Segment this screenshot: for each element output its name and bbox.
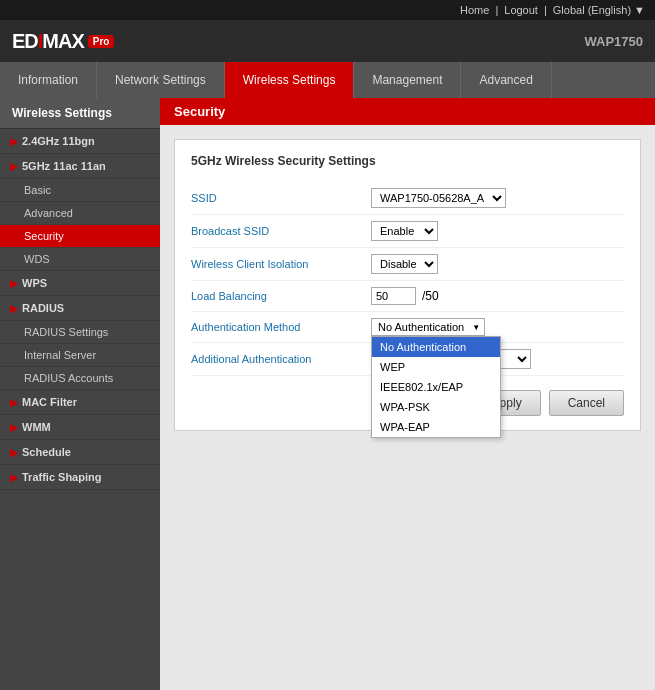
auth-dropdown-options: No Authentication WEP IEEE802.1x/EAP WPA… bbox=[371, 336, 501, 438]
auth-option-wpa-eap[interactable]: WPA-EAP bbox=[372, 417, 500, 437]
chevron-down-icon: ▶ bbox=[10, 161, 18, 172]
model-label: WAP1750 bbox=[584, 34, 643, 49]
sidebar-item-security-5g[interactable]: Security bbox=[0, 225, 160, 248]
top-bar: Home | Logout | Global (English) ▼ bbox=[0, 0, 655, 20]
auth-method-value: No Authentication No Authentication WEP … bbox=[371, 318, 485, 336]
ssid-label: SSID bbox=[191, 192, 371, 204]
chevron-right-wps-icon: ▶ bbox=[10, 278, 18, 289]
sidebar-section-wmm[interactable]: ▶ WMM bbox=[0, 415, 160, 440]
auth-method-label: Authentication Method bbox=[191, 321, 371, 333]
sidebar-section-5ghz[interactable]: ▶ 5GHz 11ac 11an bbox=[0, 154, 160, 179]
logo-area: EDIMAX Pro bbox=[12, 30, 114, 53]
nav-management[interactable]: Management bbox=[354, 62, 461, 98]
chevron-right-radius-icon: ▶ bbox=[10, 303, 18, 314]
content-inner: 5GHz Wireless Security Settings SSID WAP… bbox=[160, 125, 655, 445]
isolation-select[interactable]: Disable Enable bbox=[371, 254, 438, 274]
isolation-row: Wireless Client Isolation Disable Enable bbox=[191, 248, 624, 281]
broadcast-label: Broadcast SSID bbox=[191, 225, 371, 237]
broadcast-select[interactable]: Enable Disable bbox=[371, 221, 438, 241]
sidebar-section-schedule-label: Schedule bbox=[22, 446, 71, 458]
home-link[interactable]: Home bbox=[460, 4, 489, 16]
sidebar-section-24ghz-label: 2.4GHz 11bgn bbox=[22, 135, 95, 147]
nav-network-settings[interactable]: Network Settings bbox=[97, 62, 225, 98]
isolation-label: Wireless Client Isolation bbox=[191, 258, 371, 270]
logo-bar: EDIMAX Pro WAP1750 bbox=[0, 20, 655, 62]
sidebar-item-advanced-5g[interactable]: Advanced bbox=[0, 202, 160, 225]
ssid-value: WAP1750-05628A_A bbox=[371, 188, 506, 208]
nav-bar: Information Network Settings Wireless Se… bbox=[0, 62, 655, 98]
load-balancing-value: /50 bbox=[371, 287, 439, 305]
chevron-right-traffic-icon: ▶ bbox=[10, 472, 18, 483]
isolation-value: Disable Enable bbox=[371, 254, 438, 274]
broadcast-value: Enable Disable bbox=[371, 221, 438, 241]
sidebar-item-basic-5g[interactable]: Basic bbox=[0, 179, 160, 202]
auth-option-no-auth[interactable]: No Authentication bbox=[372, 337, 500, 357]
sidebar-section-wps[interactable]: ▶ WPS bbox=[0, 271, 160, 296]
load-balancing-label: Load Balancing bbox=[191, 290, 371, 302]
auth-method-select[interactable]: No Authentication bbox=[371, 318, 485, 336]
load-balancing-input[interactable] bbox=[371, 287, 416, 305]
load-balancing-max: /50 bbox=[422, 289, 439, 303]
sidebar-item-radius-accounts[interactable]: RADIUS Accounts bbox=[0, 367, 160, 390]
chevron-right-icon: ▶ bbox=[10, 136, 18, 147]
nav-wireless-settings[interactable]: Wireless Settings bbox=[225, 62, 355, 98]
lang-arrow-icon: ▼ bbox=[634, 4, 645, 16]
sidebar-item-radius-settings[interactable]: RADIUS Settings bbox=[0, 321, 160, 344]
content-area: Security 5GHz Wireless Security Settings… bbox=[160, 98, 655, 690]
auth-option-wep[interactable]: WEP bbox=[372, 357, 500, 377]
logout-link[interactable]: Logout bbox=[504, 4, 538, 16]
sidebar-section-radius-label: RADIUS bbox=[22, 302, 64, 314]
sidebar-section-mac[interactable]: ▶ MAC Filter bbox=[0, 390, 160, 415]
sidebar-section-5ghz-label: 5GHz 11ac 11an bbox=[22, 160, 106, 172]
sep1: | bbox=[495, 4, 498, 16]
sidebar-section-traffic[interactable]: ▶ Traffic Shaping bbox=[0, 465, 160, 490]
brand-logo: EDIMAX bbox=[12, 30, 84, 53]
sidebar-section-wmm-label: WMM bbox=[22, 421, 51, 433]
ssid-row: SSID WAP1750-05628A_A bbox=[191, 182, 624, 215]
sep2: | bbox=[544, 4, 547, 16]
sidebar-item-internal-server[interactable]: Internal Server bbox=[0, 344, 160, 367]
sidebar-section-24ghz[interactable]: ▶ 2.4GHz 11bgn bbox=[0, 129, 160, 154]
panel-title: 5GHz Wireless Security Settings bbox=[191, 154, 624, 168]
settings-panel: 5GHz Wireless Security Settings SSID WAP… bbox=[174, 139, 641, 431]
chevron-right-wmm-icon: ▶ bbox=[10, 422, 18, 433]
ssid-select[interactable]: WAP1750-05628A_A bbox=[371, 188, 506, 208]
cancel-button[interactable]: Cancel bbox=[549, 390, 624, 416]
chevron-right-mac-icon: ▶ bbox=[10, 397, 18, 408]
auth-option-wpa-psk[interactable]: WPA-PSK bbox=[372, 397, 500, 417]
sidebar-section-radius[interactable]: ▶ RADIUS bbox=[0, 296, 160, 321]
sidebar-section-traffic-label: Traffic Shaping bbox=[22, 471, 101, 483]
broadcast-row: Broadcast SSID Enable Disable bbox=[191, 215, 624, 248]
sidebar-section-wps-label: WPS bbox=[22, 277, 47, 289]
auth-option-ieee802[interactable]: IEEE802.1x/EAP bbox=[372, 377, 500, 397]
nav-information[interactable]: Information bbox=[0, 62, 97, 98]
nav-advanced[interactable]: Advanced bbox=[461, 62, 551, 98]
auth-selected-value: No Authentication bbox=[378, 321, 464, 333]
section-header: Security bbox=[160, 98, 655, 125]
additional-auth-label: Additional Authentication bbox=[191, 353, 371, 365]
sidebar-section-schedule[interactable]: ▶ Schedule bbox=[0, 440, 160, 465]
sidebar: Wireless Settings ▶ 2.4GHz 11bgn ▶ 5GHz … bbox=[0, 98, 160, 690]
main-layout: Wireless Settings ▶ 2.4GHz 11bgn ▶ 5GHz … bbox=[0, 98, 655, 690]
sidebar-title: Wireless Settings bbox=[0, 98, 160, 129]
language-select[interactable]: Global (English) ▼ bbox=[553, 4, 645, 16]
auth-method-row: Authentication Method No Authentication … bbox=[191, 312, 624, 343]
sidebar-section-mac-label: MAC Filter bbox=[22, 396, 77, 408]
auth-dropdown-wrapper: No Authentication No Authentication WEP … bbox=[371, 318, 485, 336]
chevron-right-schedule-icon: ▶ bbox=[10, 447, 18, 458]
load-balancing-row: Load Balancing /50 bbox=[191, 281, 624, 312]
pro-badge: Pro bbox=[88, 35, 115, 48]
sidebar-item-wds-5g[interactable]: WDS bbox=[0, 248, 160, 271]
